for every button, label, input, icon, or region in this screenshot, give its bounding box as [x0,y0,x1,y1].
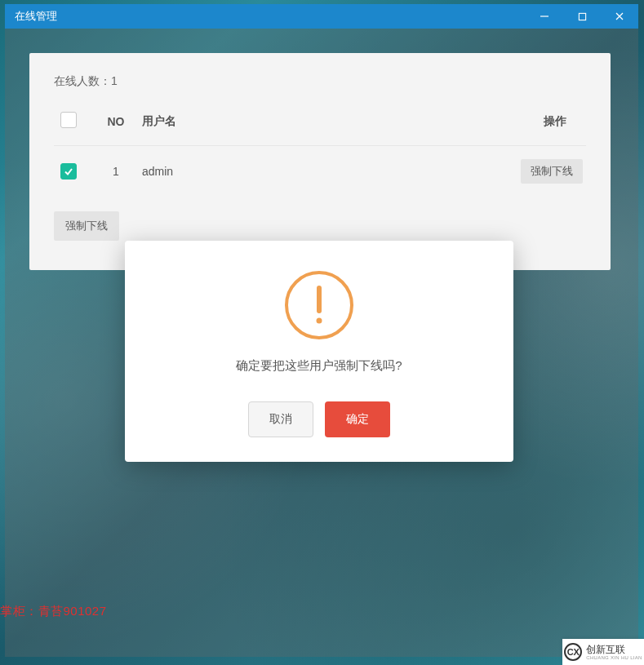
brand-sub: CHUANG XIN HU LIAN [586,655,642,660]
row-checkbox[interactable] [60,163,77,180]
table-row: 1 admin 强制下线 [54,146,586,197]
maximize-button[interactable] [563,4,601,29]
minimize-button[interactable] [526,4,563,29]
online-count-label: 在线人数：1 [54,74,586,89]
col-header-action: 操作 [488,97,586,146]
col-header-username: 用户名 [135,97,488,146]
minimize-icon [540,11,549,21]
online-users-panel: 在线人数：1 NO 用户名 操作 [29,53,611,270]
users-table: NO 用户名 操作 1 admin [54,97,586,197]
svg-rect-1 [579,13,585,20]
window-title: 在线管理 [15,9,526,24]
force-offline-bulk-button[interactable]: 强制下线 [54,211,119,241]
cancel-button[interactable]: 取消 [248,401,313,437]
brand-badge: CX 创新互联 CHUANG XIN HU LIAN [562,639,644,665]
confirm-button[interactable]: 确定 [325,401,390,437]
online-count-prefix: 在线人数： [54,74,111,87]
modal-buttons: 取消 确定 [141,401,497,437]
confirm-modal: 确定要把这些用户强制下线吗? 取消 确定 [125,241,513,462]
force-offline-row-button[interactable]: 强制下线 [521,159,583,184]
check-icon [64,166,73,176]
online-count-value: 1 [111,74,118,87]
svg-point-6 [317,318,322,324]
window-controls [526,4,638,29]
warning-icon [284,270,354,340]
close-button[interactable] [601,4,638,29]
titlebar: 在线管理 [5,4,638,29]
watermark-text: 掌柜：青苔901027 [0,604,107,619]
col-header-no: NO [96,97,135,146]
brand-logo: CX [564,643,582,661]
modal-message: 确定要把这些用户强制下线吗? [141,358,497,374]
row-no: 1 [96,146,135,197]
close-icon [615,11,624,21]
row-username: admin [135,146,488,197]
maximize-icon [578,12,587,21]
select-all-checkbox[interactable] [60,112,77,128]
brand-text: 创新互联 CHUANG XIN HU LIAN [586,645,642,660]
brand-name: 创新互联 [586,645,642,654]
